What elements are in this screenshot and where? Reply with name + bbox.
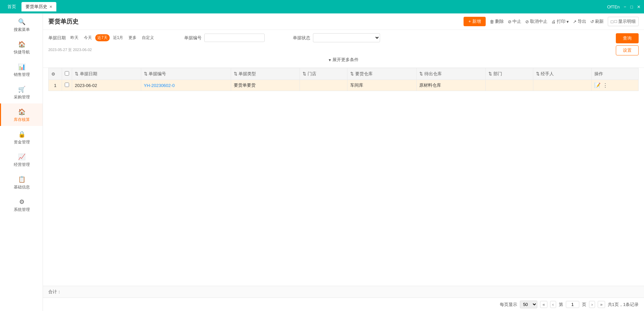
export-button[interactable]: ↗ 导出 bbox=[573, 18, 586, 25]
sidebar-item-system-mgmt[interactable]: ⚙ 系统管理 bbox=[0, 193, 43, 216]
td-handler bbox=[533, 80, 591, 91]
print-button[interactable]: 🖨 打印 ▾ bbox=[551, 18, 569, 25]
expand-more-label: 展开更多条件 bbox=[332, 57, 359, 63]
cancel-stop-button[interactable]: ⊘ 取消中止 bbox=[525, 18, 547, 25]
purchase-mgmt-icon: 🛒 bbox=[18, 86, 25, 93]
cancel-stop-icon: ⊘ bbox=[525, 19, 529, 24]
date-filter-group: 单据日期 昨天 今天 近7天 近1月 更多 自定义 bbox=[48, 34, 156, 41]
filter-row-1: 单据日期 昨天 今天 近7天 近1月 更多 自定义 单据编号 bbox=[48, 33, 602, 42]
sidebar-item-purchase-mgmt[interactable]: 🛒 采购管理 bbox=[0, 81, 43, 103]
next-page-button[interactable]: › bbox=[589, 301, 595, 308]
shortcut-1month[interactable]: 近1月 bbox=[111, 34, 125, 41]
doc-no-link[interactable]: YH-20230602-0 bbox=[144, 83, 175, 88]
sidebar-item-base-info-label: 基础信息 bbox=[14, 184, 30, 190]
refresh-icon: ↺ bbox=[590, 19, 594, 24]
shortcut-today[interactable]: 今天 bbox=[82, 34, 94, 41]
prev-page-button[interactable]: ‹ bbox=[550, 301, 556, 308]
page-header: 要货单历史 + 新增 🗑 删除 ⊘ 中止 ⊘ 取消中止 🖨 bbox=[43, 13, 644, 30]
table-area: ⚙ ⇅ 单据日期 ⇅ 单据编号 ⇅ 单据类型 ⇅ 门店 ⇅ 要货仓库 ⇅ 待出仓… bbox=[43, 68, 644, 286]
delete-button-label: 删除 bbox=[495, 18, 504, 25]
maximize-icon[interactable]: □ bbox=[630, 4, 633, 9]
page-unit-label: 页 bbox=[582, 302, 586, 308]
row-checkbox[interactable] bbox=[65, 83, 69, 87]
close-tab-icon[interactable]: ✕ bbox=[49, 5, 52, 9]
sidebar-item-inventory-calc[interactable]: 🏠 库存核算 bbox=[0, 103, 43, 126]
td-pending-warehouse: 原材料仓库 bbox=[417, 80, 486, 91]
date-range-text: 2023-05-27 至 2023-06-02 bbox=[48, 48, 92, 52]
status-filter-label: 单据状态 bbox=[293, 35, 310, 41]
sidebar-item-search-menu[interactable]: 🔍 搜索菜单 bbox=[0, 13, 43, 36]
page-title: 要货单历史 bbox=[48, 17, 464, 26]
sidebar-item-business-mgmt[interactable]: 📈 经营管理 bbox=[0, 148, 43, 171]
th-store[interactable]: ⇅ 门店 bbox=[300, 68, 347, 80]
sort-icon: ⇅ bbox=[75, 71, 78, 76]
status-select[interactable] bbox=[313, 33, 380, 42]
page-input[interactable] bbox=[566, 301, 579, 308]
shortcut-yesterday[interactable]: 昨天 bbox=[68, 34, 80, 41]
page-size-select[interactable]: 20 50 100 bbox=[520, 301, 537, 308]
export-button-label: 导出 bbox=[578, 18, 586, 25]
refresh-button[interactable]: ↺ 刷新 bbox=[590, 18, 604, 25]
sidebar: 🔍 搜索菜单 🏠 快捷导航 📊 销售管理 🛒 采购管理 🏠 库存核算 🔒 资金管… bbox=[0, 13, 43, 311]
th-handler[interactable]: ⇅ 经手人 bbox=[533, 68, 591, 80]
th-pending-warehouse[interactable]: ⇅ 待出仓库 bbox=[417, 68, 486, 80]
td-action: 📝 ⋮ bbox=[591, 80, 638, 91]
show-detail-button[interactable]: □ □ 显示明细 bbox=[608, 17, 639, 26]
th-settings[interactable]: ⚙ bbox=[49, 68, 62, 80]
status-filter-group: 单据状态 bbox=[293, 33, 380, 42]
sidebar-item-sales-mgmt[interactable]: 📊 销售管理 bbox=[0, 58, 43, 81]
sidebar-item-quick-nav[interactable]: 🏠 快捷导航 bbox=[0, 36, 43, 58]
query-button[interactable]: 查询 bbox=[616, 33, 639, 43]
cancel-stop-button-label: 取消中止 bbox=[530, 18, 547, 25]
th-req-warehouse[interactable]: ⇅ 要货仓库 bbox=[347, 68, 417, 80]
content: 要货单历史 + 新增 🗑 删除 ⊘ 中止 ⊘ 取消中止 🖨 bbox=[43, 13, 644, 311]
shortcut-7days[interactable]: 近7天 bbox=[95, 34, 110, 41]
sidebar-item-business-mgmt-label: 经营管理 bbox=[14, 162, 30, 168]
th-doc-type[interactable]: ⇅ 单据类型 bbox=[231, 68, 300, 80]
sidebar-item-search-menu-label: 搜索菜单 bbox=[14, 27, 30, 33]
filter-area: 单据日期 昨天 今天 近7天 近1月 更多 自定义 单据编号 bbox=[43, 30, 644, 68]
td-store bbox=[300, 80, 347, 91]
search-menu-icon: 🔍 bbox=[18, 18, 25, 26]
shortcut-more[interactable]: 更多 bbox=[126, 34, 139, 41]
sort-icon: ⇅ bbox=[536, 71, 540, 76]
th-doc-date[interactable]: ⇅ 单据日期 bbox=[72, 68, 141, 80]
sidebar-item-base-info[interactable]: 📋 基础信息 bbox=[0, 171, 43, 193]
td-settings: 1 bbox=[49, 80, 62, 91]
delete-button[interactable]: 🗑 删除 bbox=[490, 18, 504, 25]
inventory-calc-icon: 🏠 bbox=[18, 108, 25, 116]
expand-more-button[interactable]: ▾ 展开更多条件 bbox=[48, 55, 639, 64]
td-doc-no: YH-20230602-0 bbox=[141, 80, 231, 91]
th-doc-no[interactable]: ⇅ 单据编号 bbox=[141, 68, 231, 80]
summary-label: 合计： bbox=[48, 289, 61, 294]
docno-input[interactable] bbox=[204, 34, 265, 42]
close-window-icon[interactable]: ✕ bbox=[637, 4, 641, 9]
filter-settings-button[interactable]: 设置 bbox=[616, 45, 639, 55]
edit-row-button[interactable]: 📝 bbox=[594, 82, 601, 88]
new-button[interactable]: + 新增 bbox=[464, 17, 485, 26]
stop-button[interactable]: ⊘ 中止 bbox=[508, 18, 521, 25]
td-req-warehouse: 车间库 bbox=[347, 80, 417, 91]
th-department[interactable]: ⇅ 部门 bbox=[485, 68, 533, 80]
sidebar-item-capital-mgmt[interactable]: 🔒 资金管理 bbox=[0, 126, 43, 148]
refresh-button-label: 刷新 bbox=[595, 18, 604, 25]
more-row-button[interactable]: ⋮ bbox=[603, 82, 608, 88]
tab-requisition-history[interactable]: 要货单历史 ✕ bbox=[21, 2, 56, 11]
often-label: OfTEn bbox=[607, 4, 620, 9]
minimize-icon[interactable]: − bbox=[624, 4, 627, 9]
td-department bbox=[485, 80, 533, 91]
first-page-button[interactable]: « bbox=[540, 301, 547, 308]
td-checkbox[interactable] bbox=[62, 80, 72, 91]
print-button-label: 打印 bbox=[557, 18, 566, 25]
sidebar-item-purchase-mgmt-label: 采购管理 bbox=[14, 94, 30, 100]
tab-requisition-history-label: 要货单历史 bbox=[25, 4, 47, 10]
shortcut-custom[interactable]: 自定义 bbox=[140, 34, 156, 41]
last-page-button[interactable]: » bbox=[598, 301, 605, 308]
main-layout: 🔍 搜索菜单 🏠 快捷导航 📊 销售管理 🛒 采购管理 🏠 库存核算 🔒 资金管… bbox=[0, 13, 644, 311]
select-all-checkbox[interactable] bbox=[65, 71, 69, 76]
base-info-icon: 📋 bbox=[18, 176, 25, 183]
tab-home[interactable]: 首页 bbox=[3, 2, 20, 11]
th-checkbox[interactable] bbox=[62, 68, 72, 80]
td-doc-type: 要货单要货 bbox=[231, 80, 300, 91]
sales-mgmt-icon: 📊 bbox=[18, 63, 25, 71]
